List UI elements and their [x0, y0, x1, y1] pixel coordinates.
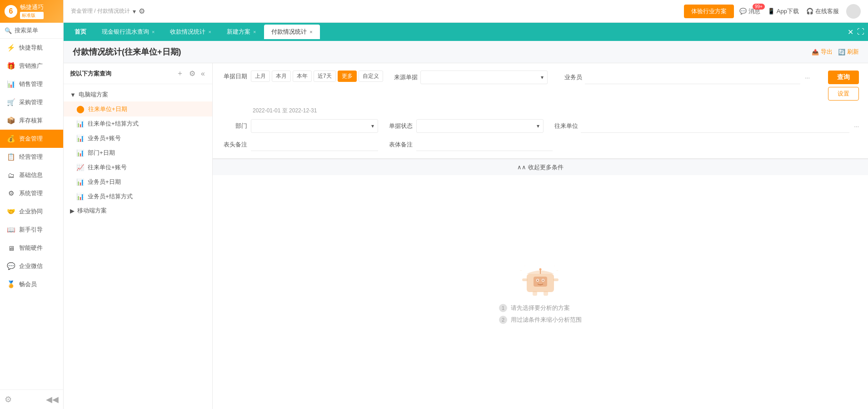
nav-label: 系统管理	[19, 189, 43, 197]
tab-pay-stat-close[interactable]: ×	[309, 29, 312, 35]
sidebar-item-inventory[interactable]: 📦 库存核算	[0, 111, 63, 130]
sidebar-item-guide[interactable]: 📖 新手引导	[0, 221, 63, 239]
online-service-label: 在线客服	[815, 7, 839, 15]
scheme-item-partner-date[interactable]: ⬤ 往来单位+日期	[64, 101, 212, 116]
tab-home[interactable]: 首页	[67, 25, 94, 39]
service-icon: 🎧	[806, 8, 813, 15]
page-title: 付款情况统计(往来单位+日期)	[73, 46, 181, 57]
scheme-icon: 📊	[76, 178, 84, 186]
scheme-item-salesman-settle[interactable]: 📊 业务员+结算方式	[64, 189, 212, 204]
mobile-group[interactable]: ▶ 移动端方案	[64, 204, 212, 217]
tab-bank-flow-label: 现金银行流水查询	[102, 28, 149, 36]
sidebar-item-sales[interactable]: 📊 销售管理	[0, 75, 63, 93]
tab-receive-stat[interactable]: 收款情况统计 ×	[163, 25, 218, 39]
tip-num-2: 2	[499, 316, 507, 324]
nav-label: 营销推广	[19, 62, 43, 70]
source-doc-select[interactable]: ▾	[420, 71, 548, 84]
last-month-btn[interactable]: 上月	[251, 71, 270, 82]
partner-more[interactable]: ···	[854, 123, 859, 130]
scheme-label: 业务员+结算方式	[88, 192, 133, 201]
message-btn[interactable]: 💬 消息 99+	[739, 7, 760, 15]
logo-badge: 标准版	[20, 12, 44, 19]
settings-icon[interactable]: ⚙	[5, 394, 12, 404]
sidebar-item-enterprise[interactable]: 🤝 企业协同	[0, 202, 63, 221]
sidebar-item-operation[interactable]: 📋 经营管理	[0, 148, 63, 166]
empty-tip-1: 1 请先选择要分析的方案	[499, 304, 582, 312]
scheme-item-dept-date[interactable]: 📊 部门+日期	[64, 146, 212, 160]
this-year-btn[interactable]: 本年	[293, 71, 312, 82]
tab-maximize[interactable]: ⛶	[857, 28, 864, 36]
sidebar-bottom: ⚙ ◀◀	[0, 389, 63, 409]
filter-area: 单据日期 上月 本月 本年 近7天 更多 自定义 来源单据	[213, 63, 868, 159]
sales-icon: 📊	[6, 80, 15, 89]
last-7-days-btn[interactable]: 近7天	[314, 71, 336, 82]
sidebar-item-quick-nav[interactable]: ⚡ 快捷导航	[0, 39, 63, 57]
topbar-settings-btn[interactable]: ⚙	[139, 7, 145, 15]
online-service-btn[interactable]: 🎧 在线客服	[806, 7, 839, 15]
collapse-sidebar-icon[interactable]: ◀◀	[46, 394, 59, 404]
tip-text-2: 用过滤条件来缩小分析范围	[511, 316, 582, 324]
scheme-item-partner-settle[interactable]: 📊 往来单位+结算方式	[64, 116, 212, 131]
salesperson-select[interactable]	[585, 71, 800, 84]
collapse-panel-btn[interactable]: «	[200, 69, 206, 79]
sidebar-search[interactable]: 🔍 搜索菜单	[0, 23, 63, 39]
tab-receive-stat-close[interactable]: ×	[208, 29, 211, 35]
sidebar-item-wechat[interactable]: 💬 企业微信	[0, 257, 63, 275]
table-header-note-input[interactable]	[251, 138, 378, 151]
desktop-group[interactable]: ▼ 电脑端方案	[64, 88, 212, 101]
table-body-note-input[interactable]	[416, 138, 553, 151]
nav-label: 新手引导	[19, 226, 43, 234]
salesperson-more[interactable]: ···	[805, 74, 810, 81]
quick-nav-icon: ⚡	[6, 43, 15, 52]
scheme-item-partner-account[interactable]: 📈 往来单位+账号	[64, 160, 212, 175]
settings-btn[interactable]: 设置	[828, 87, 859, 101]
tab-new-plan[interactable]: 新建方案 ×	[219, 25, 263, 39]
tab-bank-flow-close[interactable]: ×	[152, 29, 155, 35]
collapse-more-btn[interactable]: ∧∧ 收起更多条件	[517, 163, 564, 172]
more-dates-btn[interactable]: 更多	[338, 71, 357, 82]
breadcrumb-dropdown[interactable]: ▾	[133, 8, 136, 15]
sidebar-item-marketing[interactable]: 🎁 营销推广	[0, 57, 63, 75]
empty-illustration: ~ ~ · ·	[518, 260, 563, 297]
nav-label: 企业协同	[19, 207, 43, 216]
tabs-controls: ✕ ⛶	[848, 28, 864, 36]
scheme-label: 往来单位+账号	[88, 163, 127, 172]
sidebar-item-capital[interactable]: 💰 资金管理	[0, 130, 63, 148]
tab-close-all[interactable]: ✕	[848, 28, 853, 36]
search-icon: 🔍	[5, 27, 12, 34]
trial-btn[interactable]: 体验行业方案	[684, 5, 734, 18]
svg-text:~: ~	[520, 268, 522, 273]
doc-status-select[interactable]: ▾	[416, 119, 544, 133]
doc-date-label: 单据日期	[222, 72, 247, 81]
nav-label: 经营管理	[19, 153, 43, 161]
tab-new-plan-close[interactable]: ×	[253, 29, 256, 35]
scheme-item-salesman-date[interactable]: 📊 业务员+日期	[64, 175, 212, 189]
add-scheme-btn[interactable]: ＋	[175, 68, 185, 79]
scheme-panel: 按以下方案查询 ＋ ⚙ « ▼ 电脑端方案 ⬤ 往来单位+日期 📊 往来单位+结…	[64, 63, 213, 409]
sidebar-item-purchase[interactable]: 🛒 采购管理	[0, 93, 63, 111]
scheme-icon: 📊	[76, 193, 84, 200]
basic-icon: 🗂	[6, 171, 15, 180]
sidebar-item-hardware[interactable]: 🖥 智能硬件	[0, 239, 63, 257]
collapse-bar: ∧∧ 收起更多条件	[213, 159, 868, 175]
sidebar-item-basic[interactable]: 🗂 基础信息	[0, 166, 63, 184]
app-download-btn[interactable]: 📱 App下载	[768, 7, 799, 15]
sidebar-item-member[interactable]: 🏅 畅会员	[0, 275, 63, 293]
query-area: 查询 设置	[828, 71, 859, 101]
settings-scheme-btn[interactable]: ⚙	[188, 68, 196, 79]
tab-pay-stat[interactable]: 付款情况统计 ×	[264, 25, 319, 39]
sidebar-item-system[interactable]: ⚙ 系统管理	[0, 184, 63, 202]
custom-date-btn[interactable]: 自定义	[359, 71, 383, 82]
user-avatar[interactable]	[846, 4, 861, 19]
export-btn[interactable]: 📤 导出	[812, 48, 833, 56]
query-btn[interactable]: 查询	[828, 71, 859, 84]
dept-select[interactable]: ▾	[251, 119, 378, 133]
tab-bank-flow[interactable]: 现金银行流水查询 ×	[95, 25, 162, 39]
this-month-btn[interactable]: 本月	[272, 71, 291, 82]
doc-status-label: 单据状态	[387, 122, 413, 130]
partner-select[interactable]	[581, 119, 849, 133]
inventory-icon: 📦	[6, 116, 15, 125]
refresh-btn[interactable]: 🔄 刷新	[838, 48, 859, 56]
table-header-note-label: 表头备注	[222, 141, 247, 149]
scheme-item-salesman-account[interactable]: 📊 业务员+账号	[64, 131, 212, 146]
